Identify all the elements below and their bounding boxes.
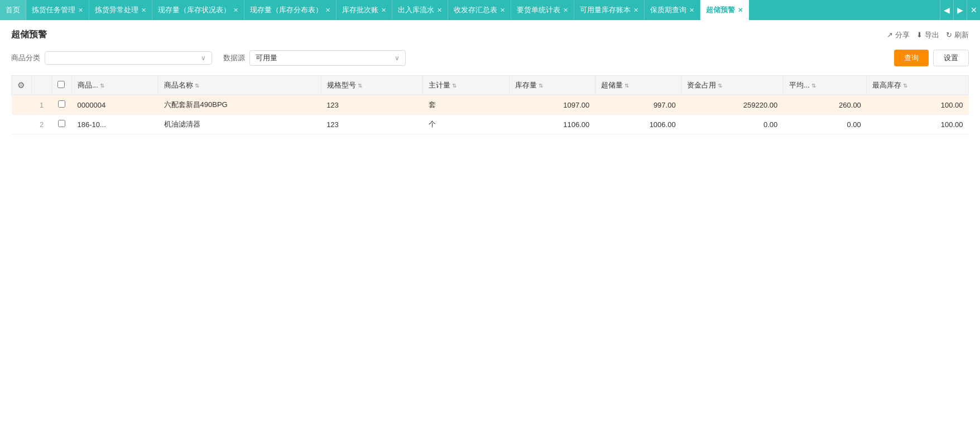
refresh-button[interactable]: ↻ 刷新	[946, 30, 969, 40]
nav-prev-button[interactable]: ◀	[940, 0, 953, 20]
nav-batch-account-label: 库存批次账	[342, 5, 378, 15]
export-button[interactable]: ⬇ 导出	[916, 30, 939, 40]
nav-task-mgmt[interactable]: 拣货任务管理 ✕	[26, 0, 89, 20]
nav-collect-summary[interactable]: 收发存汇总表 ✕	[448, 0, 511, 20]
row-max-stock: 100.00	[867, 95, 969, 115]
nav-abnormal-close[interactable]: ✕	[141, 7, 146, 14]
nav-inventory-status-close[interactable]: ✕	[233, 7, 238, 14]
nav-inout-flow[interactable]: 出入库流水 ✕	[392, 0, 448, 20]
settings-button[interactable]: 设置	[933, 50, 969, 66]
category-label: 商品分类	[11, 53, 40, 63]
nav-batch-account[interactable]: 库存批次账 ✕	[337, 0, 392, 20]
sort-icon-stock: ⇅	[539, 83, 543, 89]
nav-overstock-warning-close[interactable]: ✕	[738, 7, 743, 14]
category-filter: 商品分类 ∨	[11, 51, 212, 65]
nav-order-stats-close[interactable]: ✕	[563, 7, 568, 14]
nav-collect-summary-close[interactable]: ✕	[500, 7, 505, 14]
th-stock[interactable]: 库存量 ⇅	[509, 76, 595, 95]
datasource-filter: 数据源 可用量 ∨	[223, 50, 406, 66]
row-spec: 123	[321, 115, 423, 134]
datasource-chevron-icon: ∨	[395, 54, 400, 62]
nav-task-mgmt-close[interactable]: ✕	[78, 7, 83, 14]
nav-available-account-label: 可用量库存账本	[580, 5, 631, 15]
th-avg[interactable]: 平均... ⇅	[783, 76, 867, 95]
share-icon: ↗	[887, 31, 893, 39]
nav-available-account-close[interactable]: ✕	[633, 7, 638, 14]
row-index: 2	[32, 115, 52, 134]
sort-icon-avg: ⇅	[811, 83, 816, 89]
th-capital[interactable]: 资金占用 ⇅	[681, 76, 784, 95]
nav-batch-account-close[interactable]: ✕	[381, 7, 386, 14]
nav-quality-check-close[interactable]: ✕	[689, 7, 694, 14]
sort-icon-unit: ⇅	[452, 83, 457, 89]
nav-abnormal[interactable]: 拣货异常处理 ✕	[89, 0, 152, 20]
nav-inventory-dist-close[interactable]: ✕	[325, 7, 330, 14]
th-unit[interactable]: 主计量 ⇅	[423, 76, 509, 95]
table-row: 2 186-10... 机油滤清器 123 个 1106.00 1006.00 …	[12, 115, 969, 134]
page-title: 超储预警	[11, 29, 47, 41]
row-overstock: 1006.00	[595, 115, 681, 134]
nav-order-stats[interactable]: 要货单统计表 ✕	[511, 0, 574, 20]
row-capital: 259220.00	[681, 95, 784, 115]
gear-icon[interactable]: ⚙	[17, 80, 25, 90]
th-index	[32, 76, 52, 95]
category-select[interactable]: ∨	[45, 51, 212, 65]
share-button[interactable]: ↗ 分享	[887, 30, 910, 40]
top-navigation: 首页 拣货任务管理 ✕ 拣货异常处理 ✕ 现存量（库存状况表） ✕ 现存量（库存…	[0, 0, 980, 20]
page-container: 超储预警 ↗ 分享 ⬇ 导出 ↻ 刷新 商品分类 ∨ 数据源	[0, 20, 980, 446]
nav-inout-flow-close[interactable]: ✕	[437, 7, 442, 14]
query-button[interactable]: 查询	[894, 50, 929, 66]
th-overstock[interactable]: 超储量 ⇅	[595, 76, 681, 95]
row-unit: 个	[423, 115, 509, 134]
datasource-select[interactable]: 可用量 ∨	[249, 50, 406, 66]
nav-inventory-dist[interactable]: 现存量（库存分布表） ✕	[244, 0, 337, 20]
select-all-checkbox[interactable]	[57, 81, 65, 88]
row-max-stock: 100.00	[867, 115, 969, 134]
header-actions: ↗ 分享 ⬇ 导出 ↻ 刷新	[887, 30, 969, 40]
nav-overstock-warning[interactable]: 超储预警 ✕	[700, 0, 749, 20]
filter-row: 商品分类 ∨ 数据源 可用量 ∨ 查询 设置	[11, 50, 969, 66]
row-checkbox[interactable]	[58, 120, 65, 127]
nav-inventory-dist-label: 现存量（库存分布表）	[250, 5, 323, 15]
table-header: ⚙ 商品... ⇅ 商品名称 ⇅	[12, 76, 969, 95]
nav-inventory-status-label: 现存量（库存状况表）	[158, 5, 230, 15]
th-checkbox	[52, 76, 72, 95]
th-settings: ⚙	[12, 76, 32, 95]
row-avg: 260.00	[783, 95, 867, 115]
row-checkbox-cell	[52, 95, 72, 115]
table-body: 1 0000004 六配套新昌490BPG 123 套 1097.00 997.…	[12, 95, 969, 134]
th-spec[interactable]: 规格型号 ⇅	[321, 76, 423, 95]
refresh-label: 刷新	[954, 30, 969, 40]
row-settings-cell	[12, 95, 32, 115]
table-row: 1 0000004 六配套新昌490BPG 123 套 1097.00 997.…	[12, 95, 969, 115]
table-header-row: ⚙ 商品... ⇅ 商品名称 ⇅	[12, 76, 969, 95]
page-header: 超储预警 ↗ 分享 ⬇ 导出 ↻ 刷新	[11, 29, 969, 41]
refresh-icon: ↻	[946, 31, 952, 39]
nav-close-button[interactable]: ✕	[967, 0, 980, 20]
nav-home-label: 首页	[6, 5, 20, 15]
row-index: 1	[32, 95, 52, 115]
row-settings-cell	[12, 115, 32, 134]
nav-quality-check[interactable]: 保质期查询 ✕	[645, 0, 700, 20]
nav-order-stats-label: 要货单统计表	[517, 5, 560, 15]
export-icon: ⬇	[916, 31, 923, 39]
th-product-name[interactable]: 商品名称 ⇅	[158, 76, 321, 95]
datasource-label: 数据源	[223, 53, 245, 63]
row-product-code: 186-10...	[72, 115, 158, 134]
nav-home[interactable]: 首页	[0, 0, 26, 20]
row-product-code: 0000004	[72, 95, 158, 115]
nav-inventory-status[interactable]: 现存量（库存状况表） ✕	[152, 0, 244, 20]
th-max-stock[interactable]: 最高库存 ⇅	[867, 76, 969, 95]
th-product-code[interactable]: 商品... ⇅	[72, 76, 158, 95]
sort-icon-spec: ⇅	[358, 83, 362, 89]
nav-available-account[interactable]: 可用量库存账本 ✕	[574, 0, 645, 20]
row-checkbox[interactable]	[58, 100, 65, 108]
row-capital: 0.00	[681, 115, 784, 134]
share-label: 分享	[895, 30, 910, 40]
row-spec: 123	[321, 95, 423, 115]
nav-next-button[interactable]: ▶	[953, 0, 967, 20]
nav-task-mgmt-label: 拣货任务管理	[32, 5, 75, 15]
nav-inout-flow-label: 出入库流水	[398, 5, 434, 15]
sort-icon-overstock: ⇅	[624, 83, 629, 89]
nav-abnormal-label: 拣货异常处理	[95, 5, 138, 15]
